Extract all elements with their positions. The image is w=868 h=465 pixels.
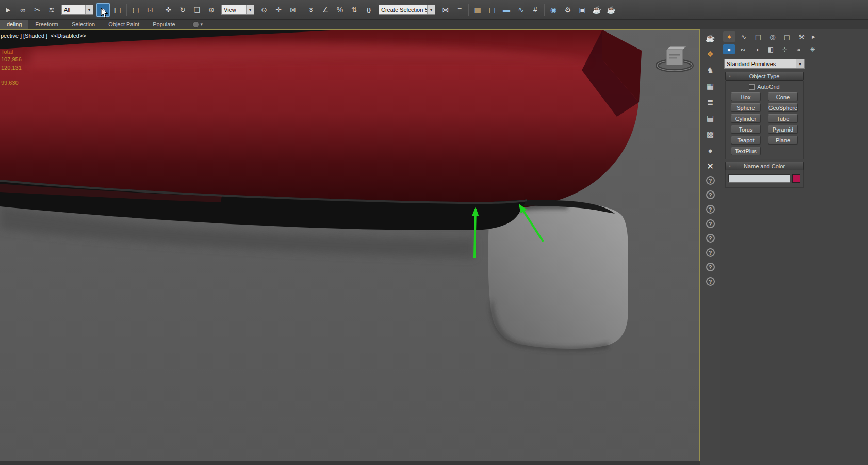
tube-button[interactable]: Tube (768, 114, 798, 123)
material-editor-icon[interactable]: ◉ (547, 3, 560, 17)
spinner-snap-icon[interactable]: ⇅ (348, 3, 361, 17)
create-tab[interactable]: ✶ (723, 31, 735, 42)
stats-verts-value: 120,131 (1, 65, 22, 71)
lattice-icon[interactable]: ▩ (703, 128, 717, 140)
help-icon[interactable]: ? (706, 190, 715, 199)
helpers-tab[interactable]: ⊹ (779, 44, 791, 54)
help-icon[interactable]: ? (706, 263, 715, 271)
display-tab[interactable]: ▢ (781, 31, 793, 42)
torus-button[interactable]: Torus (731, 125, 761, 134)
name-color-rollout-header[interactable]: - Name and Color (725, 162, 804, 170)
space-warps-tab[interactable]: ≈ (793, 44, 805, 54)
layers-icon[interactable]: ≣ (703, 96, 717, 108)
palette-icon[interactable]: ❖ (703, 48, 717, 60)
cameras-tab[interactable]: ◧ (765, 44, 777, 54)
box-button[interactable]: Box (731, 92, 761, 101)
ribbon-overflow-button[interactable]: ▾ (192, 21, 203, 28)
selection-filter-dropdown[interactable]: All ▾ (61, 5, 93, 15)
help-icon[interactable]: ? (706, 234, 715, 243)
command-panel: ✶ ∿ ▤ ◎ ▢ ⚒ ► ● ∾ ◑ ◧ ⊹ ≈ ✳ Standard Pri… (720, 29, 868, 465)
select-object-icon[interactable]: ► (96, 3, 110, 17)
select-and-move-icon[interactable]: ✜ (161, 3, 175, 17)
object-name-field[interactable] (728, 174, 790, 183)
pyramid-button[interactable]: Pyramid (768, 125, 798, 134)
bind-to-space-warp-icon[interactable]: ≋ (45, 3, 58, 17)
side-toolbar: ☕ ❖ ♞ ▦ ≣ ▤ ▩ ● ✕ ? ? ? ? ? ? ? ? (700, 29, 720, 465)
object-color-swatch[interactable] (792, 174, 800, 183)
select-and-place-icon[interactable]: ⊕ (205, 3, 218, 17)
rectangular-selection-region-icon[interactable]: ▢ (129, 3, 142, 17)
snaps-toggle-icon[interactable]: 3 (304, 3, 318, 17)
plane-button[interactable]: Plane (768, 136, 798, 145)
rendered-frame-window-icon[interactable]: ▣ (576, 3, 589, 17)
curve-editor-icon[interactable]: ∿ (514, 3, 528, 17)
coordinate-system-dropdown[interactable]: View ▾ (221, 5, 254, 15)
use-pivot-point-icon[interactable]: ⊙ (257, 3, 271, 17)
lights-tab[interactable]: ◑ (751, 44, 763, 54)
viewport-canvas[interactable] (0, 30, 699, 461)
textplus-button[interactable]: TextPlus (731, 147, 761, 155)
checker-icon[interactable]: ▦ (703, 80, 717, 92)
select-and-scale-icon[interactable]: ❏ (190, 3, 204, 17)
viewport-label[interactable]: pective ] [Shaded ] <<Disabled>> (1, 33, 86, 39)
object-type-rollout-header[interactable]: - Object Type (725, 72, 804, 81)
align-icon[interactable]: ≡ (453, 3, 466, 17)
unlink-selection-icon[interactable]: ✂ (30, 3, 44, 17)
motion-tab[interactable]: ◎ (766, 31, 779, 42)
help-icon[interactable]: ? (706, 219, 715, 228)
cylinder-button[interactable]: Cylinder (731, 114, 761, 123)
keyboard-shortcut-override-icon[interactable]: ⊠ (286, 3, 300, 17)
window-crossing-icon[interactable]: ⊡ (143, 3, 157, 17)
percent-snap-icon[interactable]: % (333, 3, 347, 17)
sphere-icon[interactable]: ● (703, 144, 717, 156)
sphere-button[interactable]: Sphere (731, 103, 761, 112)
render-setup-icon[interactable]: ⚙ (561, 3, 575, 17)
mirror-icon[interactable]: ⋈ (438, 3, 452, 17)
selection-set-dropdown[interactable]: Create Selection Se ▾ (379, 5, 435, 15)
scene-explorer-icon[interactable]: ▤ (485, 3, 499, 17)
schematic-view-icon[interactable]: # (529, 3, 542, 17)
stack-icon[interactable]: ▤ (703, 112, 717, 124)
stats-fps-value: 99.630 (1, 79, 19, 86)
select-and-rotate-icon[interactable]: ↻ (176, 3, 189, 17)
teapot-button[interactable]: Teapot (731, 136, 761, 145)
tab-populate[interactable]: Populate (146, 20, 182, 29)
help-icon[interactable]: ? (706, 277, 715, 286)
utilities-tab[interactable]: ⚒ (795, 31, 808, 42)
select-by-name-icon[interactable]: ▤ (111, 3, 124, 17)
angle-snap-icon[interactable]: ∠ (319, 3, 332, 17)
perspective-viewport[interactable]: pective ] [Shaded ] <<Disabled>> Total 1… (0, 29, 700, 461)
select-and-link-icon[interactable]: ∞ (16, 3, 29, 17)
render-iterative-icon[interactable]: ☕ (604, 3, 618, 17)
teapot-icon[interactable]: ☕ (703, 32, 717, 44)
3ds-max-window: ► ∞ ✂ ≋ All ▾ ► ▤ ▢ ⊡ ✜ ↻ ❏ ⊕ View ▾ ⊙ ✛… (0, 0, 868, 465)
select-and-manipulate-icon[interactable]: ✛ (272, 3, 285, 17)
tab-selection[interactable]: Selection (65, 20, 102, 29)
render-production-icon[interactable]: ☕ (590, 3, 603, 17)
tab-modeling[interactable]: deling (0, 20, 28, 29)
primitive-category-dropdown[interactable]: Standard Primitives ▾ (724, 59, 805, 69)
layer-manager-icon[interactable]: ▥ (471, 3, 484, 17)
autogrid-checkbox[interactable] (749, 84, 755, 90)
cone-button[interactable]: Cone (768, 92, 798, 101)
systems-tab[interactable]: ✳ (807, 44, 818, 54)
shapes-tab[interactable]: ∾ (737, 44, 749, 54)
ribbon-toggle-icon[interactable]: ▬ (500, 3, 513, 17)
geometry-tab[interactable]: ● (723, 44, 735, 54)
tab-freeform[interactable]: Freeform (28, 20, 65, 29)
arrow-cursor-icon[interactable]: ► (2, 3, 15, 17)
panel-arrow-icon[interactable]: ► (811, 34, 816, 40)
object-type-title: Object Type (749, 73, 780, 79)
close-icon[interactable]: ✕ (703, 160, 717, 172)
named-selection-sets-icon[interactable]: {} (362, 3, 375, 17)
figure-icon[interactable]: ♞ (703, 64, 717, 76)
help-icon[interactable]: ? (706, 176, 715, 185)
help-icon[interactable]: ? (706, 205, 715, 214)
tab-object-paint[interactable]: Object Paint (102, 20, 146, 29)
help-icon[interactable]: ? (706, 248, 715, 257)
hierarchy-tab[interactable]: ▤ (752, 31, 764, 42)
modify-tab[interactable]: ∿ (738, 31, 750, 42)
scene-render (0, 30, 700, 461)
toolbar-separator (468, 4, 469, 16)
geosphere-button[interactable]: GeoSphere (768, 103, 798, 112)
